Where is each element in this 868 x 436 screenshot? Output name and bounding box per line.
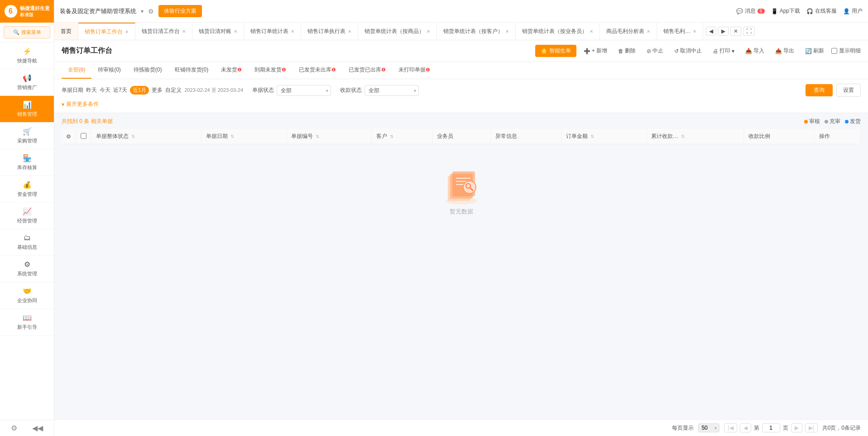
export-button[interactable]: 📤 导出 [772, 45, 798, 57]
add-button[interactable]: ➕ + 新增 [580, 45, 611, 57]
subtab-all[interactable]: 全部(0) [62, 62, 91, 79]
sidebar-item-operations[interactable]: 📈 经营管理 [0, 203, 54, 229]
logo-symbol: 6 [9, 7, 13, 15]
date-1month[interactable]: 近1月 [130, 86, 149, 95]
first-page-button[interactable]: |◀ [724, 423, 737, 432]
suspend-button[interactable]: ⊘ 中止 [643, 45, 667, 57]
page-number-input[interactable] [762, 423, 780, 432]
solution-button[interactable]: 体验行业方案 [158, 5, 202, 17]
subtab-overdue-ship[interactable]: 到期未发货❶ [248, 62, 293, 79]
system-dropdown-arrow[interactable]: ▾ [141, 8, 144, 14]
payment-select[interactable]: 全部 [364, 85, 419, 96]
sidebar-item-purchase[interactable]: 🛒 采购管理 [0, 123, 54, 149]
last-page-button[interactable]: ▶| [805, 423, 818, 432]
online-service-item[interactable]: 🎧 在线客服 [806, 7, 837, 15]
sort-status-icon[interactable]: ⇅ [131, 134, 135, 139]
date-7days[interactable]: 近7天 [113, 86, 127, 94]
audit-action-btn[interactable]: 审核 [804, 118, 820, 125]
tab-close-reconciliation[interactable]: ✕ [234, 29, 237, 34]
app-download-item[interactable]: 📱 App下载 [771, 7, 800, 15]
date-yesterday[interactable]: 昨天 [86, 86, 97, 94]
sidebar-item-corp[interactable]: 🤝 企业协同 [0, 282, 54, 309]
tab-close-sales-by-product[interactable]: ✕ [427, 29, 430, 34]
prev-page-button[interactable]: ◀ [740, 423, 751, 432]
tab-close-sales-margin[interactable]: ✕ [693, 29, 696, 34]
sidebar-collapse-button[interactable]: ◀◀ [32, 424, 43, 432]
revoke-action-btn[interactable]: 充审 [825, 118, 840, 125]
tab-margin-analysis[interactable]: 商品毛利分析表 ✕ [600, 23, 657, 40]
tab-close-sales-order[interactable]: ✕ [125, 29, 129, 34]
tab-next-button[interactable]: ▶ [718, 27, 729, 36]
subtab-not-printed[interactable]: 未打印单据❶ [392, 62, 436, 79]
tab-reconciliation[interactable]: 钱货日清对账 ✕ [192, 23, 244, 40]
tab-daily-clear[interactable]: 钱货日清工作台 ✕ [135, 23, 192, 40]
message-item[interactable]: 💬 消息 6 [736, 7, 765, 15]
tab-order-exec[interactable]: 销售订单执行表 ✕ [301, 23, 358, 40]
set-button[interactable]: 设置 [836, 84, 861, 97]
tab-close-sales-by-customer[interactable]: ✕ [505, 29, 509, 34]
subtab-wangpu-ship[interactable]: 旺铺待发货(0) [168, 62, 215, 79]
sidebar-settings-button[interactable]: ⚙ [11, 424, 17, 432]
tab-sales-by-product[interactable]: 销货单统计表（按商品） ✕ [358, 23, 437, 40]
add-icon: ➕ [584, 48, 590, 54]
expand-filter-button[interactable]: ▾ 展开更多条件 [62, 100, 99, 108]
user-item[interactable]: 👤 用户 [843, 7, 863, 15]
sort-customer-icon[interactable]: ⇅ [390, 134, 393, 139]
tab-close-margin-analysis[interactable]: ✕ [647, 29, 650, 34]
sidebar-item-guide[interactable]: 📖 新手引导 [0, 309, 54, 336]
sort-number-icon[interactable]: ⇅ [316, 134, 319, 139]
query-button[interactable]: 查询 [806, 84, 833, 96]
sort-date-icon[interactable]: ⇅ [230, 134, 234, 139]
subtab-shipped-not-out[interactable]: 已发货未出库❶ [293, 62, 342, 79]
table-settings-icon[interactable]: ⚙ [66, 133, 71, 140]
ship-action-btn[interactable]: 发货 [845, 118, 861, 125]
sidebar-item-inventory[interactable]: 🏪 库存核算 [0, 149, 54, 176]
tab-order-stats[interactable]: 销售订单统计表 ✕ [244, 23, 301, 40]
sort-received-icon[interactable]: ⇅ [681, 134, 685, 139]
select-all-checkbox[interactable] [81, 133, 86, 139]
cancel-suspend-button[interactable]: ↺ 取消中止 [671, 45, 705, 57]
print-button[interactable]: 🖨 打印 ▾ [709, 45, 738, 57]
tab-close-daily-clear[interactable]: ✕ [182, 29, 186, 34]
show-detail-checkbox[interactable] [831, 48, 837, 54]
smart-generate-button[interactable]: ⭐ 智能生单 [535, 45, 576, 57]
sidebar-item-marketing[interactable]: 📢 营销推广 [0, 69, 54, 96]
tab-close-order-stats[interactable]: ✕ [291, 29, 294, 34]
tab-close-all-button[interactable]: ✕ [730, 27, 741, 36]
tab-close-sales-by-staff[interactable]: ✕ [590, 29, 593, 34]
delete-button[interactable]: 🗑 删除 [614, 45, 639, 57]
date-custom[interactable]: 自定义 [165, 86, 182, 94]
tab-close-order-exec[interactable]: ✕ [348, 29, 351, 34]
tab-maximize-button[interactable]: ⛶ [743, 27, 755, 36]
subtab-pending-inspect[interactable]: 待拣验货(0) [127, 62, 168, 79]
search-menu-button[interactable]: 🔍 搜索菜单 [4, 26, 50, 38]
sort-amount-icon[interactable]: ⇅ [590, 134, 594, 139]
subtab-pending-audit[interactable]: 待审核(0) [91, 62, 127, 79]
tab-sales-margin[interactable]: 销售毛利… ✕ [657, 23, 703, 40]
date-today[interactable]: 今天 [100, 86, 110, 94]
show-detail-label[interactable]: 显示明细 [831, 47, 861, 55]
topbar-gear-icon[interactable]: ⚙ [148, 8, 154, 15]
tab-home[interactable]: 首页 [54, 23, 78, 40]
tab-sales-by-staff[interactable]: 销货单统计表（按业务员） ✕ [516, 23, 600, 40]
sidebar-item-finance[interactable]: 💰 资金管理 [0, 176, 54, 203]
tab-sales-by-customer[interactable]: 销货单统计表（按客户） ✕ [437, 23, 516, 40]
logo-icon: 6 [5, 5, 17, 18]
tab-sales-order-workbench[interactable]: 销售订单工作台 ✕ [78, 23, 135, 40]
sidebar-item-basic[interactable]: 🗂 基础信息 [0, 229, 54, 256]
tab-prev-button[interactable]: ◀ [706, 27, 716, 36]
page-size-select[interactable]: 50 100 [698, 423, 719, 432]
subtab-not-shipped[interactable]: 未发货❶ [215, 62, 248, 79]
status-select[interactable]: 全部 [277, 85, 331, 96]
date-more[interactable]: 更多 [152, 86, 163, 94]
sidebar-item-system[interactable]: ⚙ 系统管理 [0, 256, 54, 282]
date-filter-label: 单据日期 [62, 86, 83, 94]
basic-icon: 🗂 [24, 234, 31, 242]
subtab-shipped-out[interactable]: 已发货已出库❶ [342, 62, 392, 79]
import-button[interactable]: 📥 导入 [742, 45, 768, 57]
sidebar-item-sales[interactable]: 📊 销售管理 [0, 96, 54, 123]
refresh-button[interactable]: 🔄 刷新 [801, 45, 828, 57]
next-page-button[interactable]: ▶ [791, 423, 802, 432]
payment-select-wrap: 全部 [364, 85, 419, 96]
sidebar-item-quicknav[interactable]: ⚡ 快捷导航 [0, 43, 54, 69]
